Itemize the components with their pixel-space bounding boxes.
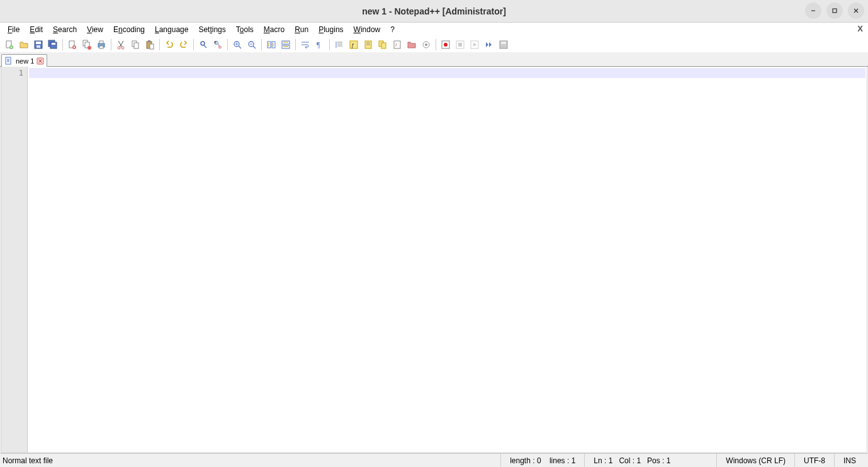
- macro-record-button[interactable]: [439, 38, 453, 52]
- menu-macro[interactable]: Macro: [259, 24, 290, 35]
- file-icon: [4, 57, 13, 65]
- svg-text:b: b: [218, 44, 222, 50]
- open-file-button[interactable]: [17, 38, 31, 52]
- zoom-in-button[interactable]: [230, 38, 244, 52]
- doc-map-button[interactable]: [361, 38, 375, 52]
- svg-line-41: [239, 46, 241, 48]
- close-all-button[interactable]: [80, 38, 94, 52]
- active-line: [29, 68, 865, 78]
- svg-point-71: [425, 43, 427, 46]
- folder-workspace-button[interactable]: [405, 38, 419, 52]
- zoom-out-button[interactable]: [245, 38, 259, 52]
- menu-run[interactable]: Run: [290, 24, 313, 35]
- maximize-button[interactable]: [826, 3, 843, 19]
- svg-rect-10: [37, 45, 40, 48]
- menu-window[interactable]: Window: [349, 24, 386, 35]
- macro-play-button[interactable]: [468, 38, 482, 52]
- svg-rect-1: [833, 9, 837, 13]
- svg-line-45: [253, 46, 256, 48]
- undo-button[interactable]: [162, 38, 176, 52]
- save-all-button[interactable]: [46, 38, 60, 52]
- menu-plugins[interactable]: Plugins: [313, 24, 348, 35]
- new-file-button[interactable]: [3, 38, 16, 52]
- window-controls: [805, 3, 864, 19]
- close-icon: [853, 8, 859, 14]
- title-bar: new 1 - Notepad++ [Administrator]: [0, 0, 868, 23]
- svg-rect-29: [134, 43, 138, 48]
- print-button[interactable]: [94, 38, 108, 52]
- macro-stop-button[interactable]: [453, 38, 467, 52]
- svg-point-20: [87, 46, 91, 50]
- macro-play-multi-button[interactable]: [482, 38, 496, 52]
- close-file-button[interactable]: [65, 38, 79, 52]
- indent-guide-button[interactable]: [332, 38, 346, 52]
- mdi-close-button[interactable]: X: [857, 24, 863, 33]
- document-tab[interactable]: new 1: [1, 54, 47, 67]
- menu-help[interactable]: ?: [385, 24, 400, 35]
- minimize-icon: [810, 8, 816, 14]
- svg-rect-9: [36, 42, 41, 44]
- close-window-button[interactable]: [848, 3, 864, 19]
- menu-search[interactable]: Search: [48, 24, 82, 35]
- svg-point-27: [121, 47, 124, 49]
- svg-rect-67: [381, 43, 386, 48]
- monitoring-button[interactable]: [419, 38, 433, 52]
- toolbar-separator: [436, 39, 436, 50]
- toolbar-separator: [62, 39, 63, 50]
- svg-text:¶: ¶: [317, 40, 320, 49]
- menu-bar: File Edit Search View Encoding Language …: [0, 23, 868, 37]
- menu-tools[interactable]: Tools: [231, 24, 259, 35]
- menu-file[interactable]: File: [3, 24, 25, 35]
- status-eol[interactable]: Windows (CR LF): [716, 454, 794, 467]
- menu-encoding[interactable]: Encoding: [108, 24, 150, 35]
- tab-label: new 1: [16, 57, 34, 65]
- status-insert-mode[interactable]: INS: [834, 454, 865, 467]
- menu-edit[interactable]: Edit: [25, 24, 48, 35]
- status-bar: Normal text file length : 0 lines : 1 Ln…: [0, 453, 868, 467]
- status-cursor-pos: Ln : 1 Col : 1 Pos : 1: [584, 454, 716, 467]
- copy-button[interactable]: [128, 38, 142, 52]
- sync-vscroll-button[interactable]: [264, 38, 278, 52]
- status-filetype: Normal text file: [3, 456, 65, 465]
- paste-button[interactable]: [143, 38, 157, 52]
- save-button[interactable]: [31, 38, 45, 52]
- tab-close-icon[interactable]: [37, 57, 44, 65]
- toolbar-separator: [111, 39, 111, 50]
- svg-rect-23: [99, 46, 103, 48]
- find-button[interactable]: [196, 38, 210, 52]
- status-encoding[interactable]: UTF-8: [794, 454, 834, 467]
- toolbar-separator: [193, 39, 194, 50]
- svg-rect-78: [501, 42, 506, 44]
- svg-line-34: [204, 45, 206, 48]
- show-all-chars-button[interactable]: ¶: [313, 38, 327, 52]
- menu-language[interactable]: Language: [150, 24, 193, 35]
- sync-hscroll-button[interactable]: [279, 38, 293, 52]
- toolbar-separator: [295, 39, 296, 50]
- toolbar-separator: [261, 39, 262, 50]
- cut-button[interactable]: [114, 38, 128, 52]
- macro-save-button[interactable]: [497, 38, 510, 52]
- status-length-lines: length : 0 lines : 1: [500, 454, 584, 467]
- svg-rect-31: [148, 40, 150, 42]
- function-list-button[interactable]: f: [390, 38, 404, 52]
- svg-point-73: [444, 43, 448, 47]
- redo-button[interactable]: [177, 38, 191, 52]
- doc-list-button[interactable]: [376, 38, 390, 52]
- replace-button[interactable]: ba: [211, 38, 225, 52]
- word-wrap-button[interactable]: [298, 38, 312, 52]
- svg-text:a: a: [214, 40, 217, 44]
- window-title: new 1 - Notepad++ [Administrator]: [0, 6, 868, 16]
- menu-settings[interactable]: Settings: [193, 24, 230, 35]
- menu-view[interactable]: View: [82, 24, 108, 35]
- svg-rect-13: [52, 43, 55, 45]
- svg-rect-22: [99, 41, 103, 43]
- user-lang-dialog-button[interactable]: ƒ: [347, 38, 361, 52]
- toolbar: ba ¶ ƒ f: [0, 37, 868, 53]
- svg-point-26: [118, 47, 120, 49]
- minimize-button[interactable]: [805, 3, 821, 19]
- editor-area: 1: [1, 67, 867, 453]
- toolbar-separator: [227, 39, 228, 50]
- maximize-icon: [831, 8, 838, 14]
- toolbar-separator: [159, 39, 160, 50]
- text-editor[interactable]: [28, 67, 867, 453]
